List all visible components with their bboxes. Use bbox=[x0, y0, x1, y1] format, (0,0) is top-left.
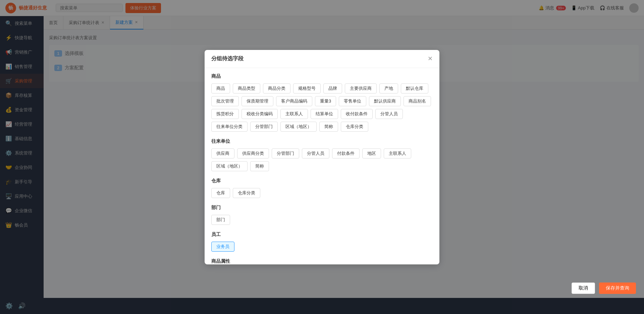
field-tag-payment-cond[interactable]: 付款条件 bbox=[332, 148, 360, 159]
field-tag-default-warehouse[interactable]: 默认仓库 bbox=[401, 83, 428, 93]
field-tag-goods-category[interactable]: 商品分类 bbox=[263, 83, 290, 93]
field-tag-customer-code[interactable]: 客户商品编码 bbox=[276, 96, 312, 106]
field-tag-brand[interactable]: 品牌 bbox=[323, 83, 342, 93]
modal-dialog: 分组待选字段 ✕ 商品 商品 商品类型 商品分类 规格型号 品牌 主要供应商 产… bbox=[205, 50, 439, 264]
section-goods-tags: 商品 商品类型 商品分类 规格型号 品牌 主要供应商 产地 默认仓库 批次管理 … bbox=[211, 83, 433, 132]
cancel-button[interactable]: 取消 bbox=[572, 282, 595, 294]
field-tag-main-supplier[interactable]: 主要供应商 bbox=[345, 83, 377, 93]
section-warehouse: 仓库 仓库 仓库分类 bbox=[211, 178, 433, 198]
section-partner-tags: 供应商 供应商分类 分管部门 分管人员 付款条件 地区 主联系人 区域（地区） … bbox=[211, 148, 433, 171]
field-tag-region2[interactable]: 区域（地区） bbox=[211, 161, 248, 171]
section-warehouse-title: 仓库 bbox=[211, 178, 433, 184]
field-tag-partner-supervisor[interactable]: 分管人员 bbox=[302, 148, 329, 159]
field-tag-dept[interactable]: 分管部门 bbox=[250, 122, 278, 132]
field-tag-expiry-mgmt[interactable]: 保质期管理 bbox=[241, 96, 273, 106]
field-tag-supervisor[interactable]: 分管人员 bbox=[375, 109, 403, 119]
modal-title: 分组待选字段 bbox=[211, 55, 244, 62]
section-partner-title: 往来单位 bbox=[211, 138, 433, 144]
section-employee-title: 员工 bbox=[211, 232, 433, 238]
save-query-button[interactable]: 保存并查询 bbox=[599, 282, 636, 294]
section-goods: 商品 商品 商品类型 商品分类 规格型号 品牌 主要供应商 产地 默认仓库 批次… bbox=[211, 73, 433, 132]
section-partner: 往来单位 供应商 供应商分类 分管部门 分管人员 付款条件 地区 主联系人 区域… bbox=[211, 138, 433, 171]
section-goods-attr-title: 商品属性 bbox=[211, 258, 433, 264]
field-tag-goods-alias[interactable]: 商品别名 bbox=[404, 96, 431, 106]
field-tag-abbr[interactable]: 简称 bbox=[319, 122, 338, 132]
section-employee-tags: 业务员 bbox=[211, 242, 433, 252]
section-goods-title: 商品 bbox=[211, 73, 433, 79]
section-dept-tags: 部门 bbox=[211, 215, 433, 225]
field-tag-batch-mgmt[interactable]: 批次管理 bbox=[211, 96, 239, 106]
modal-body[interactable]: 商品 商品 商品类型 商品分类 规格型号 品牌 主要供应商 产地 默认仓库 批次… bbox=[205, 68, 439, 264]
field-tag-pick-score[interactable]: 拣货积分 bbox=[211, 109, 239, 119]
field-tag-salesperson[interactable]: 业务员 bbox=[211, 242, 234, 252]
modal-close-button[interactable]: ✕ bbox=[428, 56, 433, 62]
field-tag-supplier[interactable]: 供应商 bbox=[211, 148, 234, 159]
field-tag-partner-category[interactable]: 往来单位分类 bbox=[211, 122, 248, 132]
field-tag-settlement-unit[interactable]: 结算单位 bbox=[311, 109, 338, 119]
section-dept: 部门 部门 bbox=[211, 205, 433, 225]
field-tag-retail-unit[interactable]: 零售单位 bbox=[339, 96, 366, 106]
field-tag-tax-code[interactable]: 税收分类编码 bbox=[241, 109, 278, 119]
field-tag-goods-type[interactable]: 商品类型 bbox=[233, 83, 260, 93]
field-tag-spec-model[interactable]: 规格型号 bbox=[293, 83, 321, 93]
section-dept-title: 部门 bbox=[211, 205, 433, 211]
field-tag-warehouse[interactable]: 仓库 bbox=[211, 188, 230, 198]
field-tag-default-supplier[interactable]: 默认供应商 bbox=[369, 96, 401, 106]
field-tag-abbr2[interactable]: 简称 bbox=[250, 161, 269, 171]
modal-header: 分组待选字段 ✕ bbox=[205, 50, 439, 68]
section-goods-attr: 商品属性 属性 颜色 多规格 尺码 鞋码 1 bbox=[211, 258, 433, 264]
field-tag-area[interactable]: 地区 bbox=[362, 148, 381, 159]
field-tag-partner-dept[interactable]: 分管部门 bbox=[272, 148, 299, 159]
field-tag-region[interactable]: 区域（地区） bbox=[280, 122, 317, 132]
field-tag-origin[interactable]: 产地 bbox=[379, 83, 398, 93]
section-warehouse-tags: 仓库 仓库分类 bbox=[211, 188, 433, 198]
field-tag-weight[interactable]: 重量3 bbox=[315, 96, 336, 106]
field-tag-payment-terms[interactable]: 收付款条件 bbox=[341, 109, 373, 119]
modal-overlay: 分组待选字段 ✕ 商品 商品 商品类型 商品分类 规格型号 品牌 主要供应商 产… bbox=[0, 0, 644, 314]
field-tag-main-contact[interactable]: 主联系人 bbox=[280, 109, 308, 119]
field-tag-department[interactable]: 部门 bbox=[211, 215, 230, 225]
field-tag-goods[interactable]: 商品 bbox=[211, 83, 230, 93]
section-employee: 员工 业务员 bbox=[211, 232, 433, 252]
field-tag-main-contact2[interactable]: 主联系人 bbox=[384, 148, 411, 159]
field-tag-supplier-category[interactable]: 供应商分类 bbox=[237, 148, 269, 159]
field-tag-warehouse-category[interactable]: 仓库分类 bbox=[341, 122, 368, 132]
field-tag-warehouse-cat[interactable]: 仓库分类 bbox=[233, 188, 260, 198]
